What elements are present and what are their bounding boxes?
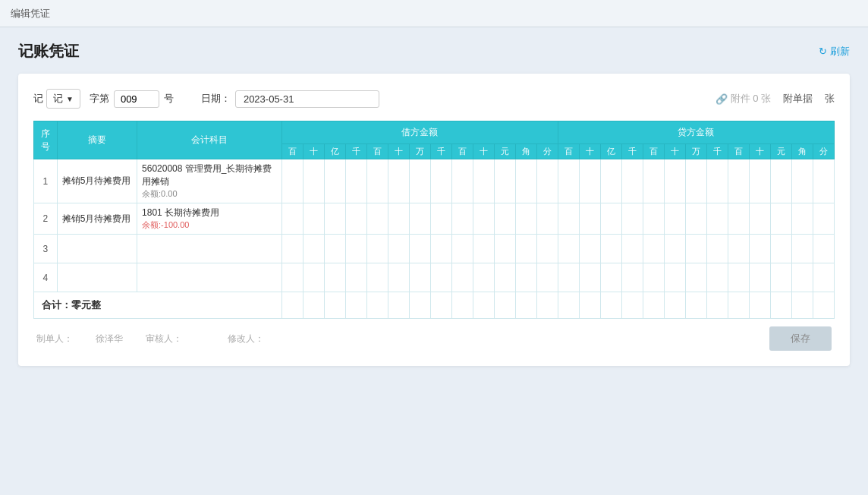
date-input[interactable]: [235, 90, 379, 108]
row1-account[interactable]: 56020008 管理费用_长期待摊费用摊销 余额:0.00: [137, 159, 282, 203]
row3-account[interactable]: [137, 235, 282, 263]
row2-debit-1[interactable]: [303, 203, 324, 235]
row1-credit-5[interactable]: [664, 159, 685, 203]
row2-debit-11[interactable]: [515, 203, 536, 235]
row2-debit-12[interactable]: [536, 203, 558, 235]
row1-debit-1[interactable]: [303, 159, 324, 203]
modifier-label: 修改人：: [228, 333, 264, 345]
row3-seq: 3: [34, 235, 58, 263]
row2-debit-2[interactable]: [324, 203, 345, 235]
row1-debit-6[interactable]: [409, 159, 430, 203]
attach-info[interactable]: 🔗 附件 0 张: [715, 92, 771, 106]
row2-credit-6[interactable]: [685, 203, 706, 235]
row1-debit-10[interactable]: [494, 159, 515, 203]
row2-debit-10[interactable]: [494, 203, 515, 235]
ji-value: 记: [53, 92, 63, 106]
debit-sub-6: 万: [409, 144, 430, 159]
ji-select[interactable]: 记 记 ▼: [33, 89, 80, 109]
row2-debit-5[interactable]: [388, 203, 409, 235]
date-label: 日期：: [201, 92, 231, 106]
row4-account[interactable]: [137, 263, 282, 292]
total-label-cell: 合计：零元整: [34, 292, 282, 319]
row4-summary[interactable]: [57, 263, 137, 292]
row2-credit-4[interactable]: [643, 203, 664, 235]
debit-sub-5: 十: [388, 144, 409, 159]
row2-credit-8[interactable]: [728, 203, 749, 235]
row3-summary[interactable]: [57, 235, 137, 263]
row1-credit-6[interactable]: [685, 159, 706, 203]
row1-debit-3[interactable]: [345, 159, 366, 203]
row2-account[interactable]: 1801 长期待摊费用 余额:-100.00: [137, 203, 282, 235]
row1-debit-12[interactable]: [536, 159, 558, 203]
row2-credit-10[interactable]: [770, 203, 791, 235]
row1-credit-10[interactable]: [770, 159, 791, 203]
fudanju-label[interactable]: 附单据: [783, 92, 813, 106]
row2-summary[interactable]: 摊销5月待摊费用: [57, 203, 137, 235]
row1-credit-0[interactable]: [558, 159, 579, 203]
total-value: 零元整: [71, 299, 101, 311]
row1-debit-7[interactable]: [430, 159, 451, 203]
row2-debit-4[interactable]: [366, 203, 388, 235]
row1-credit-11[interactable]: [791, 159, 813, 203]
row2-debit-6[interactable]: [409, 203, 430, 235]
row1-credit-9[interactable]: [749, 159, 770, 203]
debit-sub-10: 元: [494, 144, 515, 159]
credit-sub-12: 分: [813, 144, 834, 159]
debit-sub-3: 千: [345, 144, 366, 159]
row1-credit-1[interactable]: [579, 159, 600, 203]
ji-dropdown[interactable]: 记 ▼: [46, 89, 80, 109]
row2-credit-2[interactable]: [600, 203, 621, 235]
zi-label: 字第: [90, 92, 109, 106]
row2-credit-1[interactable]: [579, 203, 600, 235]
row2-debit-3[interactable]: [345, 203, 366, 235]
row1-summary[interactable]: 摊销5月待摊费用: [57, 159, 137, 203]
row1-debit-2[interactable]: [324, 159, 345, 203]
row2-credit-12[interactable]: [813, 203, 834, 235]
row1-credit-7[interactable]: [706, 159, 728, 203]
row1-debit-9[interactable]: [473, 159, 494, 203]
credit-sub-10: 元: [770, 144, 791, 159]
row2-debit-7[interactable]: [430, 203, 451, 235]
row1-credit-3[interactable]: [621, 159, 643, 203]
attach-label: 附件 0 张: [731, 92, 771, 106]
row1-credit-8[interactable]: [728, 159, 749, 203]
zi-section: 字第 号: [90, 90, 174, 108]
row2-credit-11[interactable]: [791, 203, 813, 235]
row1-debit-11[interactable]: [515, 159, 536, 203]
row1-debit-4[interactable]: [366, 159, 388, 203]
auditor-label: 审核人：: [146, 333, 182, 345]
row1-debit-5[interactable]: [388, 159, 409, 203]
row2-credit-3[interactable]: [621, 203, 643, 235]
row2-credit-9[interactable]: [749, 203, 770, 235]
row1-debit-0[interactable]: [281, 159, 303, 203]
page-title: 记账凭证: [18, 41, 79, 61]
row2-debit-0[interactable]: [281, 203, 303, 235]
row2-debit-8[interactable]: [451, 203, 473, 235]
save-button[interactable]: 保存: [769, 326, 832, 351]
row2-credit-7[interactable]: [706, 203, 728, 235]
credit-sub-0: 百: [558, 144, 579, 159]
creator-label: 制单人：: [36, 333, 73, 345]
footer-row: 制单人： 徐泽华 审核人： 修改人： 保存: [33, 319, 835, 351]
form-card: 记 记 ▼ 字第 号 日期： 🔗 附件 0 张 附单据: [18, 74, 850, 366]
refresh-button[interactable]: ↻ 刷新: [819, 45, 850, 58]
debit-sub-0: 百: [281, 144, 303, 159]
total-label: 合计：: [42, 299, 71, 311]
right-section: 🔗 附件 0 张 附单据 张: [715, 92, 835, 106]
table-row: 3: [34, 235, 835, 263]
row1-debit-8[interactable]: [451, 159, 473, 203]
row1-credit-4[interactable]: [643, 159, 664, 203]
row2-debit-9[interactable]: [473, 203, 494, 235]
date-section: 日期：: [201, 90, 379, 108]
th-summary: 摘要: [57, 121, 137, 159]
table-row: 1 摊销5月待摊费用 56020008 管理费用_长期待摊费用摊销 余额:0.0…: [34, 159, 835, 203]
chevron-down-icon: ▼: [66, 95, 74, 103]
row2-credit-5[interactable]: [664, 203, 685, 235]
row1-credit-12[interactable]: [813, 159, 834, 203]
row2-credit-0[interactable]: [558, 203, 579, 235]
credit-sub-6: 万: [685, 144, 706, 159]
row1-credit-2[interactable]: [600, 159, 621, 203]
zi-input[interactable]: [114, 90, 159, 108]
table-row: 2 摊销5月待摊费用 1801 长期待摊费用 余额:-100.00: [34, 203, 835, 235]
credit-sub-2: 亿: [600, 144, 621, 159]
